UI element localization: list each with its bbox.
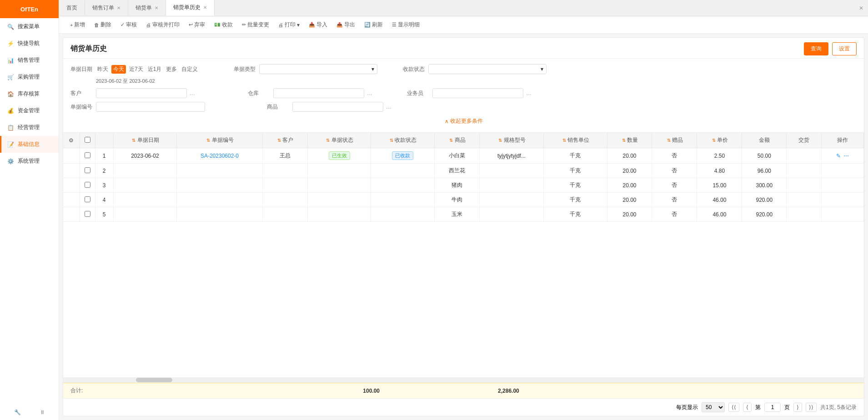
sidebar-item-system-mgmt[interactable]: ⚙️ 系统管理 (0, 153, 59, 170)
more-op-btn[interactable]: ⋯ (843, 153, 849, 159)
qty-col-header[interactable]: ⇅ 数量 (607, 133, 652, 148)
tab-sales-goods[interactable]: 销货单 ✕ (128, 0, 166, 15)
last-page-button[interactable]: ⟩⟩ (806, 403, 817, 412)
op-cell[interactable] (821, 164, 863, 178)
horizontal-scrollbar[interactable] (63, 377, 864, 383)
clipboard-icon: 📋 (7, 124, 14, 131)
yesterday-shortcut[interactable]: 昨天 (96, 65, 110, 74)
settings-col-header[interactable]: ⚙ (63, 133, 80, 148)
next-page-button[interactable]: ⟩ (793, 403, 802, 412)
op-cell[interactable] (821, 193, 863, 207)
tab-sales-order[interactable]: 销售订单 ✕ (85, 0, 128, 15)
week-shortcut[interactable]: 近7天 (128, 65, 145, 74)
spec-col-header[interactable]: ⇅ 规格型号 (480, 133, 544, 148)
batch-change-button[interactable]: ✏ 批量变更 (238, 19, 273, 30)
sales-rep-input[interactable] (432, 88, 523, 98)
collect-button[interactable]: 💵 收款 (211, 19, 236, 30)
checkbox-cell[interactable] (80, 207, 95, 222)
customer-picker-icon[interactable]: … (190, 90, 195, 96)
settings-button[interactable]: 设置 (832, 42, 857, 55)
sidebar-item-quick-nav[interactable]: ⚡ 快捷导航 (0, 35, 59, 52)
goods-input[interactable] (292, 102, 383, 112)
sidebar-item-basic-info[interactable]: 📝 基础信息 (0, 136, 59, 153)
checkbox-col-header[interactable] (80, 133, 95, 148)
scroll-thumb[interactable] (136, 378, 172, 382)
sidebar-item-finance[interactable]: 💰 资金管理 (0, 102, 59, 119)
doc-no-cell[interactable]: SA-20230602-0 (177, 148, 262, 164)
collect-status-select[interactable]: ▾ (428, 64, 547, 74)
close-sales-history-tab[interactable]: ✕ (203, 5, 207, 10)
collapse-filter-btn[interactable]: ∧ 收起更多条件 (70, 115, 857, 127)
edit-op-btn[interactable]: ✎ (836, 153, 841, 159)
page-number-input[interactable] (764, 403, 781, 412)
new-button[interactable]: + 新增 (66, 19, 89, 30)
op-cell[interactable]: ✎⋯ (821, 148, 863, 164)
sales-rep-picker-icon[interactable]: … (526, 90, 532, 96)
row-checkbox[interactable] (85, 196, 90, 202)
sidebar-item-operations[interactable]: 📋 经营管理 (0, 119, 59, 136)
doc-no-cell[interactable] (177, 178, 262, 193)
warehouse-picker-icon[interactable]: … (367, 90, 372, 96)
goods-picker-icon[interactable]: … (386, 104, 391, 110)
doc-no-cell[interactable] (177, 193, 262, 207)
export-button[interactable]: 📤 导出 (333, 19, 359, 30)
sidebar-item-sales-mgmt[interactable]: 📊 销售管理 (0, 52, 59, 69)
warehouse-input[interactable] (273, 88, 364, 98)
checkbox-cell[interactable] (80, 193, 95, 207)
op-cell[interactable] (821, 207, 863, 222)
goods-col-header[interactable]: ⇅ 商品 (435, 133, 480, 148)
op-cell[interactable] (821, 178, 863, 193)
tab-home[interactable]: 首页 (59, 0, 85, 15)
sidebar-bottom-icon2[interactable]: ⏸ (40, 409, 45, 415)
customer-col-header[interactable]: ⇅ 客户 (262, 133, 307, 148)
qty-cell: 20.00 (607, 207, 652, 222)
custom-shortcut[interactable]: 自定义 (180, 65, 199, 74)
doc-no-link[interactable]: SA-20230602-0 (201, 153, 239, 159)
import-button[interactable]: 📥 导入 (305, 19, 331, 30)
page-size-select[interactable]: 50 100 200 (702, 402, 725, 412)
refresh-button[interactable]: 🔄 刷新 (361, 19, 386, 30)
doc-status-col-header[interactable]: ⇅ 单据状态 (307, 133, 371, 148)
tab-sales-history[interactable]: 销货单历史 ✕ (166, 0, 215, 16)
display-detail-button[interactable]: ☰ 显示明细 (388, 19, 423, 30)
print-button[interactable]: 🖨 打印 ▾ (275, 19, 303, 30)
row-checkbox[interactable] (85, 211, 90, 217)
doc-no-col-header[interactable]: ⇅ 单据编号 (177, 133, 262, 148)
close-sales-order-tab[interactable]: ✕ (117, 5, 120, 10)
first-page-button[interactable]: ⟨⟨ (728, 403, 739, 412)
collect-status-col-header[interactable]: ⇅ 收款状态 (371, 133, 435, 148)
query-button[interactable]: 查询 (804, 42, 828, 55)
month-shortcut[interactable]: 近1月 (146, 65, 163, 74)
prev-page-button[interactable]: ⟨ (743, 403, 752, 412)
select-all-checkbox[interactable] (85, 137, 90, 143)
doc-type-select[interactable]: ▾ (259, 64, 377, 74)
checkbox-cell[interactable] (80, 178, 95, 193)
checkbox-cell[interactable] (80, 148, 95, 164)
abandon-button[interactable]: ↩ 弃审 (185, 19, 209, 30)
doc-no-input[interactable] (96, 102, 205, 112)
gift-col-header[interactable]: ⇅ 赠品 (652, 133, 697, 148)
row-checkbox[interactable] (85, 182, 90, 188)
row-checkbox[interactable] (85, 167, 90, 173)
gift-cell: 否 (652, 207, 697, 222)
warehouse-label: 仓库 (248, 90, 271, 97)
more-shortcut[interactable]: 更多 (165, 65, 178, 74)
delete-button[interactable]: 🗑 删除 (90, 19, 115, 30)
row-checkbox[interactable] (85, 152, 90, 158)
checkbox-cell[interactable] (80, 164, 95, 178)
customer-input[interactable] (96, 88, 187, 98)
doc-date-col-header[interactable]: ⇅ 单据日期 (113, 133, 177, 148)
unit-col-header[interactable]: ⇅ 销售单位 (543, 133, 607, 148)
sidebar-item-purchase-mgmt[interactable]: 🛒 采购管理 (0, 69, 59, 85)
close-sales-goods-tab[interactable]: ✕ (155, 5, 158, 10)
sidebar-bottom-icon1[interactable]: 🔧 (14, 409, 21, 415)
doc-no-cell[interactable] (177, 164, 262, 178)
unit-price-col-header[interactable]: ⇅ 单价 (697, 133, 742, 148)
audit-button[interactable]: ✓ 审核 (117, 19, 140, 30)
sidebar-item-search[interactable]: 🔍 搜索菜单 (0, 18, 59, 35)
today-shortcut[interactable]: 今天 (111, 65, 126, 74)
audit-print-button[interactable]: 🖨 审核并打印 (142, 19, 183, 30)
close-all-tabs[interactable]: ✕ (854, 5, 868, 11)
sidebar-item-inventory[interactable]: 🏠 库存核算 (0, 85, 59, 102)
doc-no-cell[interactable] (177, 207, 262, 222)
